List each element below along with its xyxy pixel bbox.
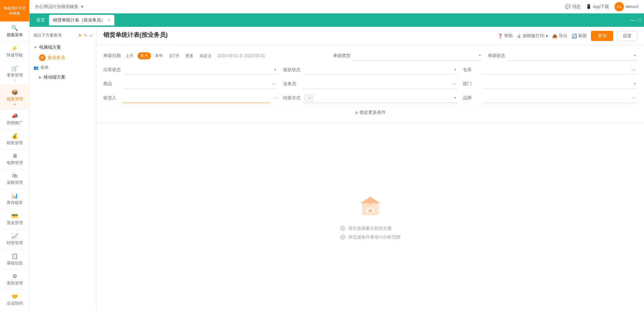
top-header: 办公用品行业模拟账套 ▾ 💬 消息 📱 App下载 Ea demo2	[30, 0, 644, 13]
shortcut-custom[interactable]: 自定义	[198, 52, 214, 59]
logo-subtext: 标账版	[9, 11, 20, 16]
product-select[interactable]: ···	[123, 79, 278, 89]
settings-button[interactable]: 设置	[617, 31, 637, 41]
page-title: 销货单统计表(按业务员)	[103, 31, 168, 43]
filter-recipient: 收货人 ···	[103, 93, 278, 103]
tab-minimize-btn[interactable]: —	[630, 17, 635, 23]
query-button[interactable]: 查询	[591, 31, 613, 41]
recipient-label: 收货人	[103, 95, 120, 101]
tree-sub-by-order[interactable]: 👥 按单	[30, 63, 96, 72]
sidebar-item-enterprise[interactable]: 🤝 企业协同	[0, 290, 29, 310]
refresh-label: 刷新	[578, 33, 587, 39]
template-print-label: 按模板打印	[523, 33, 544, 39]
page-actions: ❓ 帮助 🖨 按模板打印 ▾ 📤 导出 🔄	[497, 31, 637, 45]
collapse-icon: ∧	[355, 110, 358, 115]
sidebar-item-ecommerce[interactable]: 🖥 电商管理	[0, 150, 29, 169]
sidebar-item-inventory[interactable]: 📊 库存核算	[0, 189, 29, 209]
product-label: 商品	[103, 81, 120, 87]
filter-settlement: 结算方式 × ▾	[283, 93, 458, 103]
message-label: 消息	[572, 4, 581, 10]
settlement-select[interactable]: × ▾	[303, 93, 458, 103]
tab-sales-stats-label: 销货单统计表（按业务员）	[53, 17, 105, 23]
recipient-input[interactable]	[123, 93, 269, 103]
operation-label: 经营管理	[7, 240, 23, 246]
user-profile-btn[interactable]: Ea demo2	[614, 2, 639, 11]
sidebar-item-quicknav[interactable]: ⚡ 快捷导航	[0, 42, 29, 62]
app-download-btn[interactable]: 📱 App下载	[586, 4, 609, 10]
wholesale-label: 批发管理	[7, 96, 23, 102]
sidebar-item-purchase[interactable]: 🛍 采购管理	[0, 169, 29, 189]
refresh-btn[interactable]: 🔄 刷新	[572, 33, 587, 39]
tab-close-icon[interactable]: ×	[108, 18, 110, 22]
quicknav-label: 快捷导航	[7, 52, 23, 58]
sidebar-item-operation[interactable]: 📈 经营管理	[0, 229, 29, 250]
sidebar-item-system[interactable]: ⚙ 系统管理	[0, 270, 29, 290]
sidebar-item-basic[interactable]: 📋 基础信息	[0, 250, 29, 270]
help-btn[interactable]: ❓ 帮助	[497, 33, 513, 39]
ecommerce-label: 电商管理	[7, 160, 23, 166]
add-scheme-btn[interactable]: +	[78, 32, 82, 38]
left-panel-title: 按以下方案查询	[34, 33, 62, 38]
filter-date: 单据日期 上月 本月 本年 近7天 更多 自定义 2023-03-01 至 20…	[103, 52, 328, 59]
tab-maximize-btn[interactable]: □	[638, 17, 641, 23]
warehouse-select[interactable]: ···	[482, 65, 637, 75]
filter-row-1: 单据日期 上月 本月 本年 近7天 更多 自定义 2023-03-01 至 20…	[103, 51, 637, 61]
recipient-ellipsis[interactable]: ···	[273, 95, 278, 101]
export-btn[interactable]: 📤 导出	[552, 33, 568, 39]
sidebar-item-search[interactable]: 🔍 搜索菜单	[0, 21, 29, 42]
dept-select[interactable]: ▾	[482, 79, 637, 89]
sales-label: 销售管理	[7, 140, 23, 146]
staff-dot: 按	[39, 54, 46, 61]
payment-status-select[interactable]: ▾	[303, 65, 458, 75]
payment-label: 收款状态	[283, 67, 301, 73]
svg-marker-1	[360, 197, 380, 203]
staff-ellipsis[interactable]: ···	[452, 81, 456, 87]
staff-select[interactable]: ···	[303, 79, 458, 89]
edit-scheme-btn[interactable]: ✎	[84, 33, 88, 38]
avatar: Ea	[614, 2, 624, 11]
sidebar-item-finance[interactable]: 💳 资金管理	[0, 209, 29, 229]
tree-mobile-section[interactable]: ▶ 移动端方案	[30, 72, 96, 82]
sales-icon: 💰	[11, 133, 18, 139]
date-shortcuts: 上月 本月 本年 近7天 更多 自定义 2023-03-01 至 2023-03…	[123, 52, 328, 59]
quicknav-icon: ⚡	[11, 45, 18, 51]
sidebar-item-retail[interactable]: 🛒 零售管理 ▾	[0, 62, 29, 86]
warehouse-ellipsis[interactable]: ···	[632, 67, 636, 73]
sidebar-item-marketing[interactable]: 📣 营销推广	[0, 109, 29, 130]
shortcut-last7days[interactable]: 近7天	[167, 52, 181, 59]
tree-pc-label: 电脑端方案	[39, 44, 61, 50]
filter-delivery-status: 出库状态 ▾	[103, 65, 278, 75]
brand-ellipsis[interactable]: ···	[632, 95, 636, 101]
filter-area: 单据日期 上月 本月 本年 近7天 更多 自定义 2023-03-01 至 20…	[97, 45, 644, 123]
tree-pc-parent[interactable]: ▼ 电脑端方案	[30, 42, 96, 52]
collapse-filters-btn[interactable]: ∧ 收起更多条件	[103, 107, 637, 117]
template-print-btn[interactable]: 🖨 按模板打印 ▾	[517, 33, 548, 39]
brand-select[interactable]: ···	[482, 93, 637, 103]
message-btn[interactable]: 💬 消息	[565, 4, 581, 10]
sidebar-item-wholesale[interactable]: 📦 批发管理 ▴	[0, 86, 29, 109]
breadcrumb-area: 办公用品行业模拟账套 ▾	[35, 4, 84, 10]
download-icon: 📱	[586, 4, 591, 9]
product-ellipsis[interactable]: ···	[272, 81, 276, 87]
dept-label: 部门	[463, 81, 480, 87]
retail-label: 零售管理	[7, 72, 23, 78]
marketing-icon: 📣	[11, 113, 18, 119]
shortcut-last-month[interactable]: 上月	[123, 52, 136, 59]
tree-child-by-staff[interactable]: 按 按业务员	[30, 52, 96, 63]
collapse-panel-btn[interactable]: «	[90, 33, 92, 38]
shortcut-this-month[interactable]: 本月	[138, 52, 151, 59]
logo-text: 畅捷通好生意	[4, 6, 26, 11]
shortcut-more[interactable]: 更多	[183, 52, 196, 59]
finance-label: 资金管理	[7, 220, 23, 226]
date-label: 单据日期	[103, 53, 121, 59]
order-type-select[interactable]: ▾	[353, 51, 483, 61]
delivery-status-select[interactable]: ▾	[123, 65, 278, 75]
shortcut-this-year[interactable]: 本年	[153, 52, 165, 59]
tab-sales-stats[interactable]: 销货单统计表（按业务员） ×	[49, 15, 114, 25]
mobile-label: 移动端方案	[44, 74, 65, 80]
tab-home[interactable]: 首页	[32, 15, 49, 25]
settlement-tag-close[interactable]: ×	[308, 96, 311, 100]
breadcrumb-text[interactable]: 办公用品行业模拟账套	[35, 4, 78, 10]
order-status-select[interactable]: ▾	[508, 51, 637, 61]
sidebar-item-sales[interactable]: 💰 销售管理	[0, 130, 29, 150]
